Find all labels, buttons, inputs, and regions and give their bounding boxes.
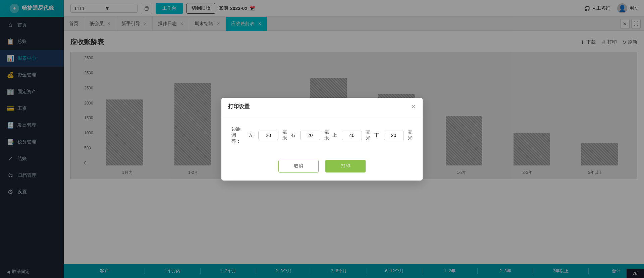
left-unit: 毫米 xyxy=(282,129,287,141)
bottom-direction-label: 下 xyxy=(374,132,379,138)
cancel-button[interactable]: 取消 xyxy=(278,160,319,172)
right-direction-label: 右 xyxy=(291,132,296,138)
modal-title: 打印设置 xyxy=(228,103,250,110)
confirm-print-button[interactable]: 打印 xyxy=(325,160,366,172)
margin-label: 边距调整： xyxy=(231,126,244,144)
print-settings-modal: 打印设置 ✕ 边距调整： 左 毫米 右 毫米 上 毫米 下 毫米 取消 打印 xyxy=(221,98,423,181)
top-unit: 毫米 xyxy=(366,129,371,141)
right-margin-input[interactable] xyxy=(300,131,320,140)
right-unit: 毫米 xyxy=(324,129,329,141)
bottom-margin-input[interactable] xyxy=(384,131,404,140)
modal-overlay: 打印设置 ✕ 边距调整： 左 毫米 右 毫米 上 毫米 下 毫米 取消 打印 xyxy=(0,0,644,278)
bottom-unit: 毫米 xyxy=(408,129,413,141)
left-direction-label: 左 xyxy=(249,132,254,138)
modal-close-button[interactable]: ✕ xyxy=(411,103,416,111)
modal-body: 边距调整： 左 毫米 右 毫米 上 毫米 下 毫米 xyxy=(221,116,423,154)
left-margin-input[interactable] xyxy=(258,131,278,140)
modal-header: 打印设置 ✕ xyxy=(221,98,423,116)
top-margin-input[interactable] xyxy=(342,131,362,140)
modal-footer: 取消 打印 xyxy=(221,154,423,181)
top-direction-label: 上 xyxy=(332,132,337,138)
